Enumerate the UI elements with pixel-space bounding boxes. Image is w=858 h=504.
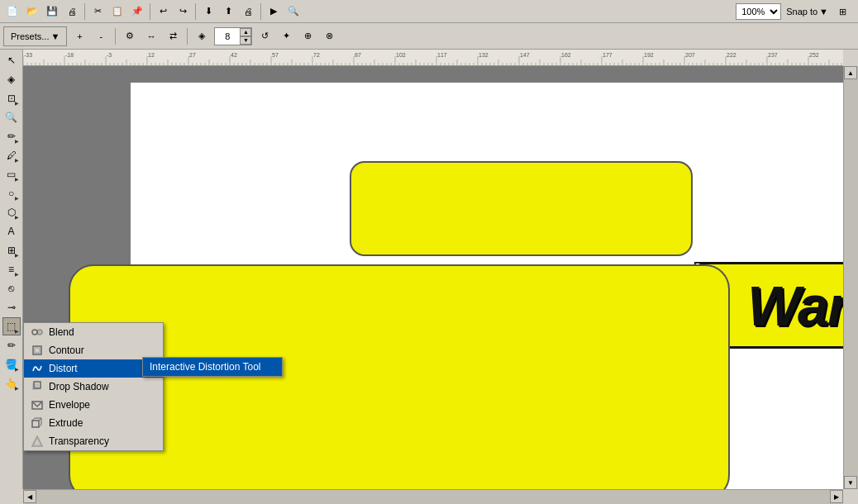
presets-button[interactable]: Presets... ▼ xyxy=(3,26,67,46)
freehand-tool[interactable]: ✏▶ xyxy=(2,127,21,145)
option3-btn[interactable]: ⇄ xyxy=(164,27,182,45)
envelope-icon xyxy=(31,398,44,411)
presets-arrow: ▼ xyxy=(50,31,60,41)
redo-btn[interactable]: ↪ xyxy=(174,2,192,21)
menu-label-dropshadow: Drop Shadow xyxy=(49,381,156,392)
new-btn[interactable]: 📄 xyxy=(3,2,21,21)
extrude-icon xyxy=(31,416,44,430)
ruler-h-canvas xyxy=(23,50,843,66)
table-tool[interactable]: ⊞▶ xyxy=(2,241,21,259)
ruler-horizontal xyxy=(23,50,843,66)
snap-to-group: Snap to ▼ xyxy=(786,7,828,17)
polygon-tool[interactable]: ⬡▶ xyxy=(2,203,21,221)
contour-icon xyxy=(31,344,44,357)
copy-btn[interactable]: 📋 xyxy=(108,2,126,21)
menu-label-envelope: Envelope xyxy=(49,399,156,411)
submenu: Interactive Distortion Tool xyxy=(142,357,283,377)
print-btn[interactable]: 🖨 xyxy=(63,2,81,21)
spin-down[interactable]: ▼ xyxy=(240,36,251,45)
warning-text: Warning xyxy=(747,273,843,338)
parallel-tool[interactable]: ≡▶ xyxy=(2,260,21,278)
zoom-tool[interactable]: 🔍 xyxy=(2,108,21,126)
crop-tool[interactable]: ⊡▶ xyxy=(2,89,21,107)
svg-rect-3 xyxy=(35,348,40,353)
scroll-right[interactable]: ▲ ▼ xyxy=(843,66,858,489)
number-input[interactable] xyxy=(215,28,240,45)
del-preset-btn[interactable]: - xyxy=(92,27,110,45)
apply-btn[interactable]: ↺ xyxy=(255,27,274,45)
menu-label-transparency: Transparency xyxy=(49,435,156,447)
select-tool[interactable]: ↖ xyxy=(2,51,21,69)
measure-tool[interactable]: ⊸ xyxy=(2,298,21,316)
rect-tool[interactable]: ▭▶ xyxy=(2,165,21,183)
grid-btn[interactable]: ⊞ xyxy=(833,2,851,21)
settings-btn[interactable]: ⚙ xyxy=(121,27,139,45)
svg-rect-4 xyxy=(32,383,39,390)
sep1 xyxy=(84,3,85,20)
option8-btn[interactable]: ⊗ xyxy=(320,27,338,45)
scroll-up-btn[interactable]: ▲ xyxy=(844,66,857,79)
add-preset-btn[interactable]: + xyxy=(70,27,88,45)
sep3 xyxy=(195,3,196,20)
preview-btn[interactable]: ▶ xyxy=(265,2,283,21)
context-menu: Blend Contour Distort ▶ Drop Shadow Enve… xyxy=(23,322,164,451)
interactive-tool[interactable]: ⬚▶ xyxy=(2,317,21,335)
scroll-down-btn[interactable]: ▼ xyxy=(844,476,857,489)
snap-arrow: ▼ xyxy=(819,7,828,17)
menu-label-extrude: Extrude xyxy=(49,417,156,429)
zoom-select[interactable]: 100% 75% 150% xyxy=(736,3,781,20)
menu-item-envelope[interactable]: Envelope xyxy=(24,396,163,414)
spin-up[interactable]: ▲ xyxy=(240,28,251,36)
sep5 xyxy=(115,28,116,45)
menu-item-transparency[interactable]: Transparency xyxy=(24,432,163,450)
sep2 xyxy=(150,3,150,20)
paste-btn[interactable]: 📌 xyxy=(128,2,146,21)
sep6 xyxy=(187,28,188,45)
scroll-left-btn[interactable]: ◀ xyxy=(23,490,36,503)
option4-btn[interactable]: ◈ xyxy=(193,27,211,45)
menu-label-blend: Blend xyxy=(49,326,156,338)
undo-btn[interactable]: ↩ xyxy=(154,2,172,21)
transparency-icon xyxy=(31,435,44,448)
submenu-label: Interactive Distortion Tool xyxy=(150,361,275,373)
snap-label: Snap to xyxy=(786,7,817,17)
smartdraw-tool[interactable]: 🖊▶ xyxy=(2,146,21,164)
save-btn[interactable]: 💾 xyxy=(43,2,61,21)
node-tool[interactable]: ◈ xyxy=(2,70,21,88)
svg-point-0 xyxy=(32,330,37,335)
warning-top-shape: Warning xyxy=(350,161,693,256)
menu-item-extrude[interactable]: Extrude xyxy=(24,414,163,432)
print2-btn[interactable]: 🖨 xyxy=(239,2,257,21)
options-bar: Presets... ▼ + - ⚙ ↔ ⇄ ◈ ▲ ▼ ↺ ✦ ⊕ ⊗ xyxy=(0,23,858,50)
cut-btn[interactable]: ✂ xyxy=(88,2,107,21)
smudge-tool[interactable]: 👆▶ xyxy=(2,374,21,392)
open-btn[interactable]: 📂 xyxy=(23,2,41,21)
option2-btn[interactable]: ↔ xyxy=(142,27,160,45)
scroll-bottom[interactable]: ◀ ▶ xyxy=(23,489,843,504)
warning-main-shape xyxy=(69,264,730,489)
zoomin-btn[interactable]: 🔍 xyxy=(284,2,303,21)
ellipse-tool[interactable]: ○▶ xyxy=(2,184,21,202)
menu-label-contour: Contour xyxy=(49,345,156,356)
sep4 xyxy=(260,3,261,20)
spinner: ▲ ▼ xyxy=(240,28,251,45)
menu-label-distort: Distort xyxy=(49,363,144,374)
option7-btn[interactable]: ⊕ xyxy=(298,27,317,45)
connector-tool[interactable]: ⎋ xyxy=(2,279,21,297)
svg-rect-7 xyxy=(32,421,39,427)
fill-tool[interactable]: 🪣▶ xyxy=(2,355,21,373)
dropper-tool[interactable]: ✏ xyxy=(2,336,21,354)
option6-btn[interactable]: ✦ xyxy=(277,27,295,45)
distort-icon xyxy=(31,362,44,375)
export-btn[interactable]: ⬆ xyxy=(219,2,237,21)
dropshadow-icon xyxy=(31,380,44,393)
import-btn[interactable]: ⬇ xyxy=(199,2,217,21)
svg-point-1 xyxy=(37,330,42,335)
menu-item-blend[interactable]: Blend xyxy=(24,323,163,341)
submenu-item-interactive-distortion[interactable]: Interactive Distortion Tool xyxy=(143,358,282,376)
left-toolbar: ↖ ◈ ⊡▶ 🔍 ✏▶ 🖊▶ ▭▶ ○▶ ⬡▶ A ⊞▶ ≡▶ ⎋ ⊸ ⬚▶ ✏… xyxy=(0,50,23,489)
text-tool[interactable]: A xyxy=(2,222,21,240)
top-toolbar: 📄 📂 💾 🖨 ✂ 📋 📌 ↩ ↪ ⬇ ⬆ 🖨 ▶ 🔍 100% 75% 150… xyxy=(0,0,858,23)
scroll-right-btn[interactable]: ▶ xyxy=(830,490,843,503)
menu-item-dropshadow[interactable]: Drop Shadow xyxy=(24,378,163,396)
